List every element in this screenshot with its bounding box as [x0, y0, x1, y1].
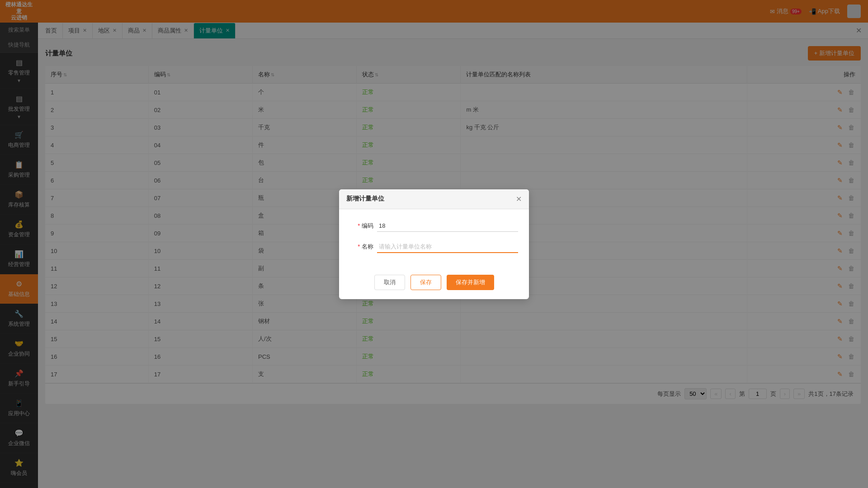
modal-footer: 取消 保存 保存并新增: [339, 269, 529, 299]
modal-overlay: 新增计量单位 ✕ 编码 名称 取消 保存 保存并新增: [0, 0, 868, 488]
cancel-button[interactable]: 取消: [374, 275, 405, 290]
code-label: 编码: [350, 222, 377, 230]
save-button[interactable]: 保存: [410, 275, 441, 290]
code-input[interactable]: [377, 220, 518, 232]
name-label: 名称: [350, 243, 377, 251]
modal-close-button[interactable]: ✕: [516, 195, 522, 203]
code-form-row: 编码: [350, 220, 518, 232]
add-unit-modal: 新增计量单位 ✕ 编码 名称 取消 保存 保存并新增: [339, 189, 529, 299]
modal-body: 编码 名称: [339, 209, 529, 269]
name-form-row: 名称: [350, 241, 518, 253]
modal-title: 新增计量单位: [346, 195, 384, 203]
name-input[interactable]: [377, 241, 518, 253]
modal-header: 新增计量单位 ✕: [339, 189, 529, 209]
save-and-new-button[interactable]: 保存并新增: [447, 275, 494, 290]
